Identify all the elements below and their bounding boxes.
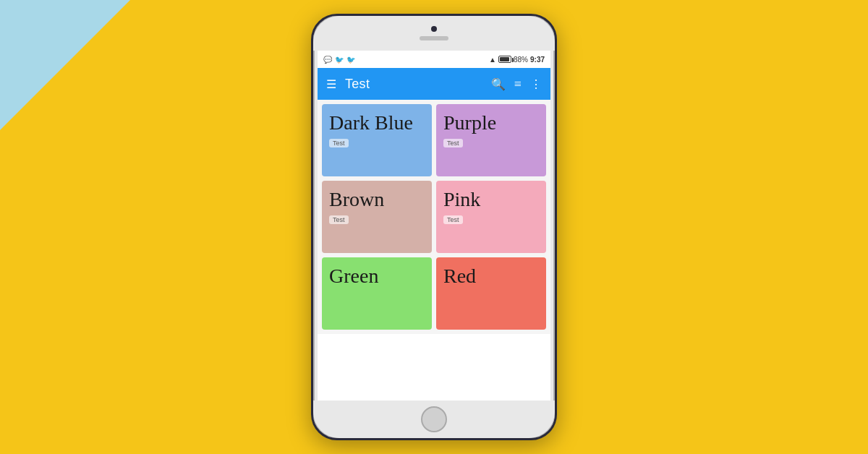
phone-camera — [431, 26, 437, 32]
time-display: 9:37 — [530, 56, 545, 64]
battery-icon — [498, 56, 511, 63]
signal-icon: ▲ — [489, 56, 496, 64]
card-purple-title: Purple — [443, 111, 539, 134]
phone-mockup: 💬 🐦 🐦 ▲ 88% 9:37 ☰ Test 🔍 ≡ — [311, 14, 557, 440]
list-icon[interactable]: ≡ — [514, 77, 522, 92]
card-purple-tag: Test — [443, 139, 463, 147]
card-pink-title: Pink — [443, 188, 539, 211]
twitter-status-icon-1: 🐦 — [335, 56, 344, 64]
more-options-icon[interactable]: ⋮ — [530, 77, 542, 91]
twitter-status-icon-2: 🐦 — [346, 56, 355, 64]
card-green[interactable]: Green — [322, 257, 432, 330]
card-green-title: Green — [329, 265, 425, 288]
card-brown[interactable]: Brown Test — [322, 181, 432, 253]
card-dark-blue-tag: Test — [329, 139, 349, 147]
status-bar: 💬 🐦 🐦 ▲ 88% 9:37 — [318, 51, 550, 68]
phone-speaker — [420, 36, 448, 40]
app-bar: ☰ Test 🔍 ≡ ⋮ — [318, 68, 550, 100]
phone-top-hardware — [313, 16, 555, 51]
phone-bottom-hardware — [313, 401, 555, 438]
search-icon[interactable]: 🔍 — [491, 77, 506, 91]
app-bar-title: Test — [345, 77, 482, 92]
home-button[interactable] — [421, 406, 447, 432]
card-dark-blue-title: Dark Blue — [329, 111, 425, 134]
status-bar-right: ▲ 88% 9:37 — [489, 56, 545, 64]
card-pink[interactable]: Pink Test — [436, 181, 546, 253]
card-purple[interactable]: Purple Test — [436, 104, 546, 176]
cards-grid: Dark Blue Test Purple Test Brown Test Pi… — [318, 100, 550, 334]
chat-status-icon: 💬 — [323, 56, 332, 64]
card-red[interactable]: Red — [436, 257, 546, 330]
card-red-title: Red — [443, 265, 539, 288]
status-bar-left: 💬 🐦 🐦 — [323, 56, 355, 64]
card-dark-blue[interactable]: Dark Blue Test — [322, 104, 432, 176]
battery-percent: 88% — [514, 56, 528, 64]
card-pink-tag: Test — [443, 215, 463, 224]
card-brown-tag: Test — [329, 215, 349, 224]
card-brown-title: Brown — [329, 188, 425, 211]
phone-screen: 💬 🐦 🐦 ▲ 88% 9:37 ☰ Test 🔍 ≡ — [318, 51, 550, 401]
phone-body: 💬 🐦 🐦 ▲ 88% 9:37 ☰ Test 🔍 ≡ — [311, 14, 557, 440]
menu-icon[interactable]: ☰ — [326, 77, 336, 91]
